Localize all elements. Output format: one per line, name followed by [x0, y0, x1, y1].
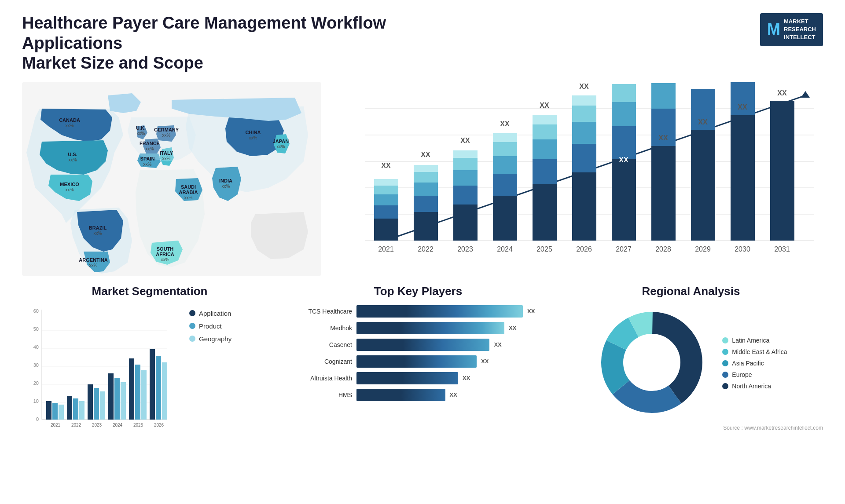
svg-text:BRAZIL: BRAZIL — [89, 225, 107, 230]
svg-rect-62 — [493, 142, 517, 156]
svg-text:ARABIA: ARABIA — [179, 190, 198, 195]
svg-rect-44 — [374, 186, 398, 194]
svg-text:ARGENTINA: ARGENTINA — [79, 257, 107, 263]
svg-text:2030: 2030 — [735, 245, 750, 253]
title-block: Healthcare Payer Care Management Workflo… — [22, 13, 418, 73]
segmentation-legend: Application Product Geography — [180, 305, 231, 343]
svg-rect-78 — [612, 126, 636, 159]
svg-text:50: 50 — [33, 326, 39, 332]
svg-rect-124 — [67, 396, 72, 420]
svg-text:2021: 2021 — [51, 423, 61, 427]
svg-rect-53 — [453, 205, 478, 241]
svg-text:xx%: xx% — [66, 187, 74, 192]
svg-text:xx%: xx% — [161, 257, 169, 262]
legend-europe-dot — [722, 372, 728, 378]
svg-rect-50 — [414, 172, 438, 183]
player-name-tcs: TCS Healthcare — [295, 308, 352, 315]
svg-rect-66 — [533, 159, 557, 184]
svg-text:ITALY: ITALY — [160, 150, 173, 156]
svg-text:XX: XX — [619, 156, 628, 164]
svg-text:xx%: xx% — [162, 133, 171, 138]
svg-rect-65 — [533, 184, 557, 241]
svg-rect-54 — [453, 186, 478, 205]
svg-text:2026: 2026 — [154, 423, 164, 427]
player-value-altruista: XX — [463, 375, 470, 381]
players-list: TCS Healthcare XX Medhok XX Case — [295, 305, 541, 401]
svg-rect-83 — [651, 146, 676, 241]
svg-text:2021: 2021 — [378, 245, 394, 253]
svg-text:XX: XX — [540, 102, 549, 109]
svg-text:XX: XX — [579, 83, 589, 90]
svg-rect-85 — [651, 83, 676, 109]
svg-rect-77 — [612, 159, 636, 241]
legend-application: Application — [189, 310, 231, 317]
svg-text:xx%: xx% — [137, 131, 145, 136]
legend-mea-dot — [722, 349, 728, 355]
svg-rect-60 — [493, 174, 517, 196]
svg-text:XX: XX — [777, 89, 787, 97]
svg-rect-129 — [94, 388, 99, 420]
regional-legend: Latin America Middle East & Africa Asia … — [722, 337, 787, 390]
logo-block: M MARKET RESEARCH INTELLECT — [760, 13, 823, 46]
svg-text:CANADA: CANADA — [59, 117, 80, 123]
svg-text:FRANCE: FRANCE — [140, 141, 160, 146]
svg-rect-141 — [156, 356, 161, 420]
svg-text:10: 10 — [33, 398, 39, 404]
player-name-medhok: Medhok — [295, 325, 352, 332]
key-players-panel: Top Key Players TCS Healthcare XX Medhok… — [295, 285, 541, 469]
svg-rect-74 — [572, 106, 596, 122]
svg-rect-63 — [493, 133, 517, 142]
svg-text:XX: XX — [421, 151, 430, 158]
legend-asia-dot — [722, 360, 728, 366]
svg-rect-80 — [612, 84, 636, 102]
regional-content: Latin America Middle East & Africa Asia … — [559, 305, 823, 421]
svg-rect-120 — [46, 401, 51, 420]
svg-rect-57 — [453, 150, 478, 158]
svg-rect-142 — [162, 362, 167, 420]
svg-text:0: 0 — [36, 416, 39, 422]
segmentation-panel: Market Segmentation 0 10 20 30 40 50 60 — [22, 285, 277, 469]
svg-text:XX: XX — [460, 137, 470, 144]
svg-rect-49 — [414, 183, 438, 196]
player-name-casenet: Casenet — [295, 341, 352, 348]
bottom-section: Market Segmentation 0 10 20 30 40 50 60 — [22, 285, 823, 469]
top-section: CANADA xx% U.S. xx% MEXICO xx% BRAZIL xx… — [22, 82, 823, 276]
svg-text:2027: 2027 — [616, 245, 632, 253]
svg-text:2025: 2025 — [133, 423, 143, 427]
player-bar-casenet: XX — [356, 339, 541, 351]
svg-marker-40 — [801, 91, 810, 98]
svg-rect-56 — [453, 158, 478, 170]
legend-latin-america-dot — [722, 337, 728, 343]
svg-text:xx%: xx% — [94, 231, 102, 236]
legend-middle-east-africa: Middle East & Africa — [722, 348, 787, 355]
regional-panel: Regional Analysis — [559, 285, 823, 469]
svg-text:AFRICA: AFRICA — [156, 252, 174, 257]
svg-rect-90 — [770, 101, 794, 241]
svg-text:2029: 2029 — [695, 245, 711, 253]
player-bar-altruista: XX — [356, 372, 541, 384]
legend-application-dot — [189, 310, 195, 316]
legend-north-america-dot — [722, 383, 728, 389]
player-name-altruista: Altruista Health — [295, 375, 352, 382]
svg-rect-130 — [100, 391, 105, 420]
legend-asia-pacific: Asia Pacific — [722, 360, 787, 367]
svg-rect-71 — [572, 172, 596, 241]
logo-m-icon: M — [767, 18, 780, 40]
svg-rect-86 — [691, 130, 715, 241]
svg-text:xx%: xx% — [69, 157, 77, 162]
segmentation-chart: 0 10 20 30 40 50 60 — [22, 305, 172, 437]
player-bar-cognizant: XX — [356, 355, 541, 368]
player-name-hms: HMS — [295, 391, 352, 398]
page-title: Healthcare Payer Care Management Workflo… — [22, 13, 418, 73]
legend-north-america: North America — [722, 383, 787, 390]
player-value-cognizant: XX — [481, 358, 489, 365]
legend-latin-america: Latin America — [722, 337, 787, 344]
svg-text:2024: 2024 — [497, 245, 513, 253]
svg-text:2024: 2024 — [113, 423, 123, 427]
svg-text:xx%: xx% — [277, 144, 285, 149]
player-row-casenet: Casenet XX — [295, 339, 541, 351]
svg-rect-138 — [141, 370, 147, 420]
svg-text:SPAIN: SPAIN — [140, 156, 155, 161]
player-name-cognizant: Cognizant — [295, 358, 352, 365]
logo: M MARKET RESEARCH INTELLECT — [760, 13, 823, 46]
